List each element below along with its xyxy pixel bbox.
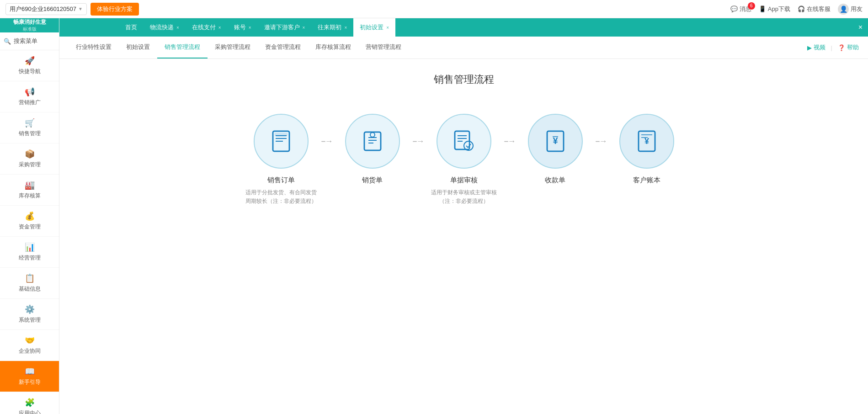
- flow-circle-delivery: [345, 114, 400, 169]
- nav-close-icon[interactable]: ×: [386, 25, 389, 30]
- content-area: 行业特性设置 初始设置 销售管理流程 采购管理流程 资金管理流程 库存核算流程: [59, 37, 868, 414]
- subtab-initial-label: 初始设置: [126, 43, 150, 50]
- online-service-label: 在线客服: [807, 5, 831, 13]
- flow-label-account: 客户账本: [633, 176, 660, 185]
- sidebar-item-label: 营销推广: [19, 99, 41, 106]
- subtab-marketing-flow-label: 营销管理流程: [366, 43, 401, 50]
- nav-home[interactable]: 首页: [119, 18, 144, 37]
- logo-sub: 标准版: [23, 26, 37, 32]
- sidebar-item-label: 资金管理: [19, 223, 41, 231]
- nav-close-icon[interactable]: ×: [344, 25, 347, 30]
- online-service-button[interactable]: 🎧 在线客服: [798, 5, 831, 13]
- system-icon: ⚙️: [25, 304, 35, 314]
- flow-arrow-1: --→: [318, 137, 336, 146]
- subtab-purchase-flow[interactable]: 采购管理流程: [208, 37, 258, 58]
- sidebar-item-label: 新手引导: [19, 378, 41, 386]
- nav-logistics[interactable]: 物流快递 ×: [144, 18, 186, 37]
- nav-invite[interactable]: 邀请下游客户 ×: [258, 18, 312, 37]
- nav-initial-setup[interactable]: 初始设置 ×: [353, 18, 395, 37]
- video-action[interactable]: ▶ 视频: [807, 43, 825, 52]
- subtab-sales-flow[interactable]: 销售管理流程: [157, 37, 208, 58]
- subtab-actions: ▶ 视频 | ❓ 帮助: [807, 43, 859, 52]
- flow-desc-sales-order: 适用于分批发货、有合同发货周期较长（注：非必要流程）: [245, 188, 318, 206]
- logo-text: 畅康消好生意: [13, 18, 46, 26]
- nav-payment[interactable]: 在线支付 ×: [186, 18, 228, 37]
- sidebar-item-basic[interactable]: 📋 基础信息: [0, 268, 59, 299]
- play-icon: ▶: [807, 44, 812, 51]
- app-download-button[interactable]: 📱 App下载: [759, 5, 790, 13]
- sidebar-item-label: 经营管理: [19, 254, 41, 262]
- purchase-icon: 📦: [25, 149, 35, 159]
- nav-close-icon[interactable]: ×: [303, 25, 305, 30]
- arrow-dashed-icon: --→: [504, 137, 515, 146]
- help-action[interactable]: ❓ 帮助: [838, 43, 859, 52]
- nav-logistics-label: 物流快递: [150, 23, 174, 32]
- svg-text:¥: ¥: [644, 137, 649, 146]
- subtab-finance-flow[interactable]: 资金管理流程: [258, 37, 308, 58]
- sidebar-item-guide[interactable]: 📖 新手引导: [0, 361, 59, 392]
- subtab-initial[interactable]: 初始设置: [119, 37, 157, 58]
- nav-bar: 首页 物流快递 × 在线支付 × 账号 × 邀请下游客户 × 往来期初 ×: [59, 18, 868, 37]
- sidebar-item-label: 应用中心: [19, 409, 41, 414]
- top-bar: 用户690企业1660120507 ▼ 体验行业方案 💬 消息 6 📱 App下…: [0, 0, 868, 18]
- sidebar-item-shortcut[interactable]: 🚀 快捷导航: [0, 50, 59, 81]
- user-selector[interactable]: 用户690企业1660120507 ▼: [5, 3, 87, 15]
- flow-label-sales-order: 销售订单: [267, 176, 295, 185]
- sidebar-item-enterprise[interactable]: 🤝 企业协同: [0, 330, 59, 361]
- svg-point-10: [370, 133, 375, 137]
- inventory-icon: 🏭: [25, 180, 35, 190]
- user-label: 用户690企业1660120507: [10, 5, 76, 13]
- flow-label-audit: 单据审核: [450, 176, 478, 185]
- sidebar-item-system[interactable]: ⚙️ 系统管理: [0, 299, 59, 330]
- subtab-inventory-flow-label: 库存核算流程: [315, 43, 351, 50]
- sidebar-item-finance[interactable]: 💰 资金管理: [0, 206, 59, 237]
- subtab-finance-flow-label: 资金管理流程: [265, 43, 301, 50]
- sidebar-item-sales[interactable]: 🛒 销售管理: [0, 112, 59, 143]
- page-content: 销售管理流程: [59, 59, 868, 219]
- nav-close-icon[interactable]: ×: [218, 25, 221, 30]
- sidebar-item-label: 销售管理: [19, 130, 41, 138]
- flow-desc-audit: 适用于财务审核或主管审核（注：非必要流程）: [427, 188, 501, 206]
- trial-button[interactable]: 体验行业方案: [91, 3, 139, 16]
- subtab-industry[interactable]: 行业特性设置: [69, 37, 119, 58]
- search-menu[interactable]: 🔍 搜索菜单: [0, 32, 59, 50]
- nav-invite-label: 邀请下游客户: [264, 23, 300, 32]
- nav-account[interactable]: 账号 ×: [228, 18, 258, 37]
- nav-global-close-button[interactable]: ×: [858, 23, 863, 32]
- message-button[interactable]: 💬 消息 6: [730, 5, 751, 13]
- flow-label-receipt: 收款单: [545, 176, 565, 185]
- sidebar: 畅康消好生意 标准版 🔍 搜索菜单 🚀 快捷导航 📢 营销推广 🛒 销售管理 📦…: [0, 18, 59, 414]
- flow-label-delivery: 销货单: [362, 176, 383, 185]
- message-icon: 💬: [730, 5, 738, 12]
- subtab-inventory-flow[interactable]: 库存核算流程: [308, 37, 358, 58]
- arrow-dashed-icon: --→: [413, 137, 424, 146]
- dropdown-arrow-icon: ▼: [78, 6, 83, 11]
- user-avatar-button[interactable]: 👤 用友: [838, 4, 863, 15]
- enterprise-icon: 🤝: [25, 335, 35, 345]
- sidebar-logo: 畅康消好生意 标准版: [0, 18, 59, 32]
- sidebar-item-inventory[interactable]: 🏭 库存核算: [0, 175, 59, 206]
- flow-arrow-4: --→: [592, 137, 610, 146]
- sidebar-item-app-center[interactable]: 🧩 应用中心: [0, 392, 59, 414]
- sub-tabs: 行业特性设置 初始设置 销售管理流程 采购管理流程 资金管理流程 库存核算流程: [59, 37, 868, 59]
- headset-icon: 🎧: [798, 5, 805, 12]
- flow-step-account: ¥ 客户账本: [610, 114, 683, 188]
- arrow-dashed-icon: --→: [596, 137, 607, 146]
- nav-account-label: 账号: [234, 23, 246, 32]
- nav-close-icon[interactable]: ×: [249, 25, 251, 30]
- nav-period[interactable]: 往来期初 ×: [311, 18, 353, 37]
- nav-initial-setup-label: 初始设置: [360, 23, 383, 32]
- nav-close-icon[interactable]: ×: [176, 25, 179, 30]
- sidebar-item-purchase[interactable]: 📦 采购管理: [0, 143, 59, 175]
- finance-icon: 💰: [25, 211, 35, 221]
- flow-arrow-2: --→: [409, 137, 427, 146]
- flow-step-delivery: 销货单: [336, 114, 409, 188]
- subtab-marketing-flow[interactable]: 营销管理流程: [358, 37, 409, 58]
- sidebar-item-marketing[interactable]: 📢 营销推广: [0, 81, 59, 112]
- app-center-icon: 🧩: [25, 398, 35, 408]
- sidebar-item-operations[interactable]: 📊 经营管理: [0, 237, 59, 268]
- avatar-icon: 👤: [840, 5, 847, 13]
- app-download-label: App下载: [768, 5, 790, 13]
- sales-icon: 🛒: [25, 118, 35, 128]
- flow-step-sales-order: 销售订单 适用于分批发货、有合同发货周期较长（注：非必要流程）: [245, 114, 318, 206]
